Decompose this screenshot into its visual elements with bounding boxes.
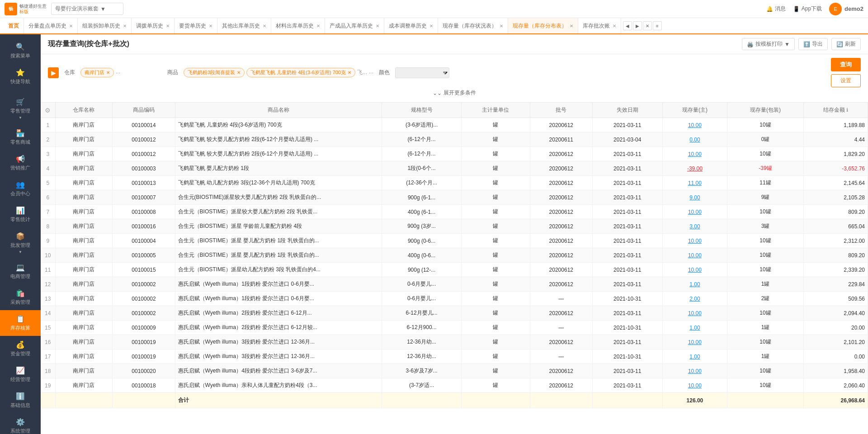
tab-close-9[interactable]: ✕ bbox=[500, 24, 503, 28]
cell-batch: 20200612 bbox=[530, 147, 592, 161]
printer-icon: 🖨️ bbox=[747, 41, 754, 47]
sidebar-item-base[interactable]: ℹ️ 基础信息 bbox=[0, 387, 41, 413]
cell-qty-main[interactable]: 0.00 bbox=[662, 132, 727, 147]
sidebar-item-finance[interactable]: 💰 资金管理 bbox=[0, 336, 41, 362]
cell-warehouse: 南岸门店 bbox=[55, 349, 113, 364]
tab-7[interactable]: 产成品入库单历史 ✕ bbox=[325, 18, 384, 34]
messages-btn[interactable]: 🔔 消息 bbox=[766, 5, 786, 13]
query-btn[interactable]: 查询 bbox=[831, 58, 861, 71]
sidebar-item-system[interactable]: ⚙️ 系统管理 bbox=[0, 413, 41, 434]
expand-more-btn[interactable]: ⌄⌄ 展开更多条件 bbox=[48, 89, 861, 97]
cell-qty-main[interactable]: -39.00 bbox=[662, 161, 727, 176]
warehouse-tag-group: 南岸门店 ✕ ··· bbox=[80, 68, 162, 77]
tab-home[interactable]: 首页 bbox=[4, 18, 24, 34]
product-tag-2[interactable]: 飞鹤星飞帆 儿童奶粉 4段(3-6岁适用) 700克 ✕ bbox=[246, 68, 355, 77]
filter-toggle-btn[interactable]: ▶ bbox=[48, 67, 59, 78]
product-tag-1[interactable]: 飞鹤奶粉3段闻喜提装 ✕ bbox=[184, 68, 245, 77]
cell-qty-main[interactable]: 11.00 bbox=[662, 176, 727, 190]
cell-qty-main[interactable]: 1.00 bbox=[662, 277, 727, 292]
col-settings[interactable]: ⚙ bbox=[41, 103, 55, 118]
cell-qty-main[interactable]: 1.00 bbox=[662, 321, 727, 335]
cell-spec: 3-6岁及7岁... bbox=[382, 364, 462, 378]
tab-5[interactable]: 其他出库单历史 ✕ bbox=[217, 18, 271, 34]
cell-qty-main[interactable]: 10.00 bbox=[662, 147, 727, 161]
sidebar-item-retail-stats[interactable]: 📊 零售统计 bbox=[0, 202, 41, 227]
sidebar-item-wholesale[interactable]: 📦 批发管理 ▼ bbox=[0, 227, 41, 259]
tab-6[interactable]: 材料出库单历史 ✕ bbox=[271, 18, 325, 34]
tab-3[interactable]: 调拨单历史 ✕ bbox=[132, 18, 175, 34]
tab-close-8[interactable]: ✕ bbox=[429, 24, 433, 28]
tab-9[interactable]: 现存量（库存状况表） ✕ bbox=[438, 18, 508, 34]
cell-qty-main[interactable]: 10.00 bbox=[662, 118, 727, 132]
tab-1[interactable]: 分量盘点单历史 ✕ bbox=[24, 18, 78, 34]
cell-balance: 20.00 bbox=[803, 321, 868, 335]
sidebar-item-retail[interactable]: 🛒 零售管理 ▼ bbox=[0, 93, 41, 124]
tab-close-2[interactable]: ✕ bbox=[123, 24, 127, 28]
cell-batch: 20200612 bbox=[530, 263, 592, 277]
cell-spec: (6-12个月... bbox=[382, 147, 462, 161]
tab-10[interactable]: 现存量（库存分布表） ✕ bbox=[508, 18, 578, 34]
tab-close-5[interactable]: ✕ bbox=[263, 24, 266, 28]
cell-no: 3 bbox=[41, 147, 55, 161]
tab-2[interactable]: 组装拆卸单历史 ✕ bbox=[78, 18, 132, 34]
sidebar-item-nav[interactable]: ⭐ 快捷导航 bbox=[0, 64, 41, 90]
cell-unit: 罐 bbox=[461, 118, 530, 132]
sidebar-item-inventory[interactable]: 📋 库存核算 bbox=[0, 310, 41, 336]
product-tag-2-close[interactable]: ✕ bbox=[348, 70, 351, 75]
product-more-dots[interactable]: ··· bbox=[369, 70, 373, 76]
sidebar-item-search[interactable]: 🔍 搜索菜单 bbox=[0, 38, 41, 64]
tab-close-1[interactable]: ✕ bbox=[69, 24, 73, 28]
cell-qty-main[interactable]: 3.00 bbox=[662, 219, 727, 234]
tab-8[interactable]: 成本调整单历史 ✕ bbox=[384, 18, 438, 34]
refresh-btn[interactable]: 🔄 刷新 bbox=[831, 38, 861, 50]
sidebar-item-member[interactable]: 👥 会员中心 bbox=[0, 176, 41, 202]
cell-qty-main[interactable]: 10.00 bbox=[662, 306, 727, 321]
sidebar-item-operations[interactable]: 📈 经营管理 bbox=[0, 362, 41, 387]
cell-qty-main[interactable]: 10.00 bbox=[662, 364, 727, 378]
product-more[interactable]: 飞... bbox=[357, 69, 367, 76]
export-btn[interactable]: ⬆️ 导出 bbox=[798, 38, 828, 50]
table-row: 2 南岸门店 00100012 飞鹤星飞帆 较大婴儿配方奶粉 2段(6-12个月… bbox=[41, 132, 868, 147]
cell-qty-main[interactable]: 10.00 bbox=[662, 378, 727, 393]
cell-spec: 900g (3岁... bbox=[382, 219, 462, 234]
tab-menu-btn[interactable]: ≡ bbox=[653, 21, 662, 30]
tab-close-10[interactable]: ✕ bbox=[570, 24, 573, 28]
tab-11[interactable]: 库存批次账 ✕ bbox=[578, 18, 621, 34]
cell-qty-main[interactable]: 10.00 bbox=[662, 234, 727, 248]
warehouse-tag[interactable]: 南岸门店 ✕ bbox=[80, 68, 114, 77]
tab-close-4[interactable]: ✕ bbox=[209, 24, 212, 28]
sidebar-item-ecommerce[interactable]: 💻 电商管理 bbox=[0, 259, 41, 284]
cell-qty-main[interactable]: 10.00 bbox=[662, 205, 727, 219]
app-download-btn[interactable]: 📱 App下载 bbox=[793, 5, 822, 13]
warehouse-tag-close[interactable]: ✕ bbox=[106, 70, 110, 75]
sidebar-item-shop[interactable]: 🏪 零售商城 bbox=[0, 124, 41, 150]
user-area[interactable]: E demo2 bbox=[829, 3, 863, 15]
settings-icon[interactable]: ⚙ bbox=[45, 107, 51, 114]
tab-4[interactable]: 要货单历史 ✕ bbox=[175, 18, 217, 34]
color-select[interactable] bbox=[395, 67, 449, 78]
cell-spec: 6-12月婴儿... bbox=[382, 306, 462, 321]
cell-qty-main[interactable]: 10.00 bbox=[662, 248, 727, 263]
cell-qty-main[interactable]: 2.00 bbox=[662, 292, 727, 306]
tab-close-6[interactable]: ✕ bbox=[316, 24, 320, 28]
tab-close-all-btn[interactable]: ✕ bbox=[643, 21, 652, 30]
settings-btn[interactable]: 设置 bbox=[831, 74, 861, 87]
tab-close-11[interactable]: ✕ bbox=[613, 24, 616, 28]
print-btn[interactable]: 🖨️ 按模板打印 ▼ bbox=[742, 38, 795, 50]
sidebar-item-purchase[interactable]: 🛍️ 采购管理 bbox=[0, 284, 41, 310]
col-spec: 规格型号 bbox=[382, 103, 462, 118]
cell-qty-main[interactable]: 10.00 bbox=[662, 263, 727, 277]
product-tag-1-close[interactable]: ✕ bbox=[237, 70, 241, 75]
tab-close-3[interactable]: ✕ bbox=[166, 24, 170, 28]
warehouse-more[interactable]: ··· bbox=[116, 70, 120, 76]
cell-qty-main[interactable]: 9.00 bbox=[662, 190, 727, 205]
tab-prev-btn[interactable]: ◀ bbox=[623, 21, 632, 30]
industry-selector[interactable]: 母婴行业演示账套 ▼ bbox=[51, 3, 123, 15]
cell-qty-main[interactable]: 1.00 bbox=[662, 349, 727, 364]
tab-next-btn[interactable]: ▶ bbox=[633, 21, 642, 30]
sidebar-item-marketing[interactable]: 📢 营销推广 bbox=[0, 150, 41, 176]
tab-close-7[interactable]: ✕ bbox=[376, 24, 379, 28]
cell-qty-main[interactable]: 10.00 bbox=[662, 335, 727, 349]
cell-expiry: 2021-03-11 bbox=[592, 205, 662, 219]
sidebar-label-search: 搜索菜单 bbox=[10, 52, 30, 59]
